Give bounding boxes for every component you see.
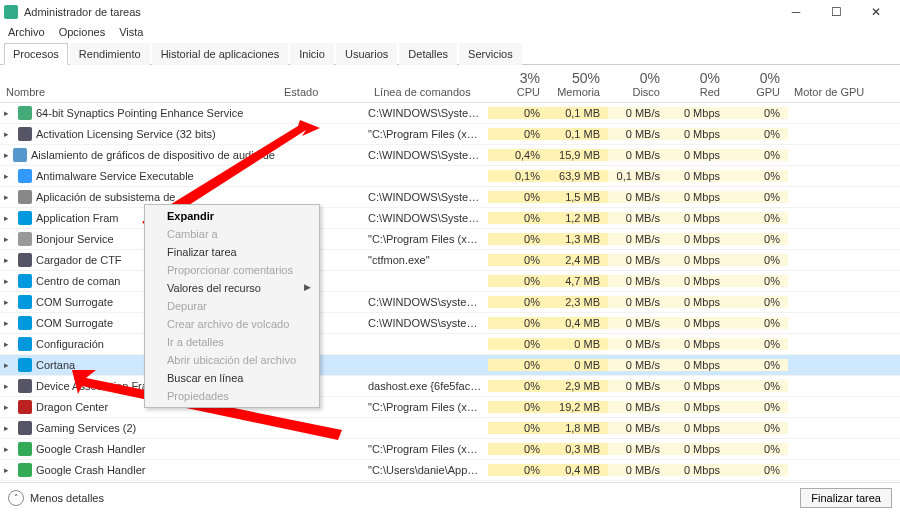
chevron-right-icon[interactable]: ▸ xyxy=(4,192,14,202)
table-row[interactable]: ▸Google Crash Handler"C:\Program Files (… xyxy=(0,439,900,460)
disk-cell: 0 MB/s xyxy=(608,317,668,329)
chevron-right-icon[interactable]: ▸ xyxy=(4,423,14,433)
net-cell: 0 Mbps xyxy=(668,212,728,224)
chevron-right-icon[interactable]: ▸ xyxy=(4,297,14,307)
process-name: COM Surrogate xyxy=(36,317,113,329)
menu-file[interactable]: Archivo xyxy=(8,26,45,38)
disk-cell: 0 MB/s xyxy=(608,464,668,476)
disk-cell: 0 MB/s xyxy=(608,191,668,203)
chevron-right-icon[interactable]: ▸ xyxy=(4,465,14,475)
net-cell: 0 Mbps xyxy=(668,317,728,329)
table-row[interactable]: ▸Activation Licensing Service (32 bits)"… xyxy=(0,124,900,145)
header-name[interactable]: Nombre xyxy=(0,82,278,102)
context-menu-item[interactable]: Expandir xyxy=(145,207,319,225)
chevron-right-icon[interactable]: ▸ xyxy=(4,171,14,181)
context-menu-item[interactable]: Finalizar tarea xyxy=(145,243,319,261)
table-row[interactable]: ▸Antimalware Service Executable0,1%63,9 … xyxy=(0,166,900,187)
process-name: 64-bit Synaptics Pointing Enhance Servic… xyxy=(36,107,243,119)
chevron-right-icon[interactable]: ▸ xyxy=(4,402,14,412)
table-row[interactable]: ▸Centro de coman0%4,7 MB0 MB/s0 Mbps0% xyxy=(0,271,900,292)
process-name: Cargador de CTF xyxy=(36,254,122,266)
gpu-cell: 0% xyxy=(728,275,788,287)
disk-cell: 0 MB/s xyxy=(608,401,668,413)
maximize-button[interactable]: ☐ xyxy=(816,0,856,24)
chevron-right-icon[interactable]: ▸ xyxy=(4,381,14,391)
table-row[interactable]: ▸Aplicación de subsistema de …C:\WINDOWS… xyxy=(0,187,900,208)
header-gpu[interactable]: 0%GPU xyxy=(728,66,788,102)
table-row[interactable]: ▸COM SurrogateC:\WINDOWS\system32\DllHos… xyxy=(0,292,900,313)
header-net[interactable]: 0%Red xyxy=(668,66,728,102)
tab-startup[interactable]: Inicio xyxy=(290,43,334,65)
cmdline: "C:\Program Files (x86)\MSI\Dra… xyxy=(368,401,488,413)
context-menu: ExpandirCambiar aFinalizar tareaProporci… xyxy=(144,204,320,408)
chevron-right-icon[interactable]: ▸ xyxy=(4,276,14,286)
header-cmd[interactable]: Línea de comandos xyxy=(368,82,488,102)
mem-cell: 63,9 MB xyxy=(548,170,608,182)
table-row[interactable]: ▸Google Crash Handler"C:\Users\danie\App… xyxy=(0,460,900,481)
minimize-button[interactable]: ─ xyxy=(776,0,816,24)
table-row[interactable]: ▸Cargador de CTF"ctfmon.exe"0%2,4 MB0 MB… xyxy=(0,250,900,271)
tab-details[interactable]: Detalles xyxy=(399,43,457,65)
context-menu-item[interactable]: Buscar en línea xyxy=(145,369,319,387)
disk-cell: 0 MB/s xyxy=(608,422,668,434)
tab-processes[interactable]: Procesos xyxy=(4,43,68,65)
gpu-cell: 0% xyxy=(728,359,788,371)
chevron-right-icon[interactable]: ▸ xyxy=(4,108,14,118)
cpu-cell: 0% xyxy=(488,254,548,266)
gpu-cell: 0% xyxy=(728,128,788,140)
mem-cell: 0,1 MB xyxy=(548,128,608,140)
table-row[interactable]: ▸Device Association Framework Provider H… xyxy=(0,376,900,397)
tab-performance[interactable]: Rendimiento xyxy=(70,43,150,65)
cmdline: C:\WINDOWS\System32\SynTPE… xyxy=(368,107,488,119)
cpu-cell: 0% xyxy=(488,443,548,455)
header-gpueng[interactable]: Motor de GPU xyxy=(788,82,900,102)
chevron-right-icon[interactable]: ▸ xyxy=(4,129,14,139)
process-name: Configuración xyxy=(36,338,104,350)
table-row[interactable]: ▸COM SurrogateC:\WINDOWS\system32\DllHos… xyxy=(0,313,900,334)
net-cell: 0 Mbps xyxy=(668,149,728,161)
tab-users[interactable]: Usuarios xyxy=(336,43,397,65)
menu-view[interactable]: Vista xyxy=(119,26,143,38)
table-row[interactable]: ▸Aislamiento de gráficos de dispositivo … xyxy=(0,145,900,166)
close-button[interactable]: ✕ xyxy=(856,0,896,24)
chevron-right-icon[interactable]: ▸ xyxy=(4,234,14,244)
mem-cell: 1,2 MB xyxy=(548,212,608,224)
chevron-right-icon[interactable]: ▸ xyxy=(4,318,14,328)
gpu-cell: 0% xyxy=(728,149,788,161)
end-task-button[interactable]: Finalizar tarea xyxy=(800,488,892,508)
disk-cell: 0 MB/s xyxy=(608,149,668,161)
chevron-right-icon[interactable]: ▸ xyxy=(4,444,14,454)
chevron-right-icon[interactable]: ▸ xyxy=(4,213,14,223)
mem-cell: 1,8 MB xyxy=(548,422,608,434)
process-list[interactable]: ▸64-bit Synaptics Pointing Enhance Servi… xyxy=(0,103,900,489)
table-row[interactable]: ▸Bonjour Service"C:\Program Files (x86)\… xyxy=(0,229,900,250)
table-row[interactable]: ▸Gaming Services (2)0%1,8 MB0 MB/s0 Mbps… xyxy=(0,418,900,439)
context-menu-item[interactable]: Valores del recurso▶ xyxy=(145,279,319,297)
cmdline: "ctfmon.exe" xyxy=(368,254,488,266)
header-cpu[interactable]: 3%CPU xyxy=(488,66,548,102)
cpu-cell: 0,1% xyxy=(488,170,548,182)
header-mem[interactable]: 50%Memoria xyxy=(548,66,608,102)
fewer-details[interactable]: ˄ Menos detalles xyxy=(8,490,104,506)
net-cell: 0 Mbps xyxy=(668,275,728,287)
process-name: Aislamiento de gráficos de dispositivo d… xyxy=(31,149,278,161)
net-cell: 0 Mbps xyxy=(668,128,728,140)
tabstrip: Procesos Rendimiento Historial de aplica… xyxy=(0,42,900,65)
header-disk[interactable]: 0%Disco xyxy=(608,66,668,102)
cmdline: dashost.exe {6fe5faca-0fc4-43b… xyxy=(368,380,488,392)
table-row[interactable]: ▸Configuración🍂0%0 MB0 MB/s0 Mbps0% xyxy=(0,334,900,355)
table-row[interactable]: ▸64-bit Synaptics Pointing Enhance Servi… xyxy=(0,103,900,124)
chevron-right-icon[interactable]: ▸ xyxy=(4,150,9,160)
table-row[interactable]: ▸Dragon Center"C:\Program Files (x86)\MS… xyxy=(0,397,900,418)
table-row[interactable]: ▸Cortana🍂0%0 MB0 MB/s0 Mbps0% xyxy=(0,355,900,376)
process-icon xyxy=(18,421,32,435)
table-row[interactable]: ▸Application FramC:\WINDOWS\System32\App… xyxy=(0,208,900,229)
chevron-right-icon[interactable]: ▸ xyxy=(4,255,14,265)
tab-services[interactable]: Servicios xyxy=(459,43,522,65)
tab-apphistory[interactable]: Historial de aplicaciones xyxy=(152,43,289,65)
menu-options[interactable]: Opciones xyxy=(59,26,105,38)
process-icon xyxy=(18,379,32,393)
header-status[interactable]: Estado xyxy=(278,82,368,102)
chevron-right-icon[interactable]: ▸ xyxy=(4,339,14,349)
chevron-right-icon[interactable]: ▸ xyxy=(4,360,14,370)
